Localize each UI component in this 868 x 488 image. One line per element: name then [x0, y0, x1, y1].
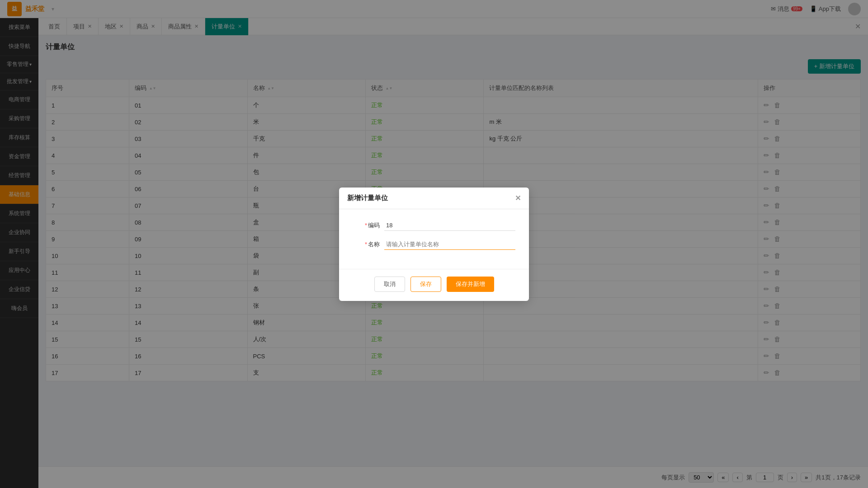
- modal-body: *编码 *名称: [339, 209, 529, 269]
- modal-overlay: 新增计量单位 ✕ *编码 *名称 取消 保存 保存并新增: [0, 0, 868, 488]
- modal-title: 新增计量单位: [347, 194, 388, 202]
- name-label: *名称: [353, 240, 380, 249]
- cancel-button[interactable]: 取消: [374, 277, 405, 292]
- save-button[interactable]: 保存: [410, 277, 441, 292]
- modal-footer: 取消 保存 保存并新增: [339, 269, 529, 301]
- code-label: *编码: [353, 221, 380, 230]
- modal-header: 新增计量单位 ✕: [339, 188, 529, 209]
- code-required-mark: *: [365, 222, 367, 229]
- name-required-mark: *: [365, 241, 367, 248]
- form-row-code: *编码: [353, 220, 515, 231]
- name-input[interactable]: [384, 239, 515, 250]
- code-input[interactable]: [384, 220, 515, 231]
- save-and-new-button[interactable]: 保存并新增: [447, 277, 494, 292]
- form-row-name: *名称: [353, 239, 515, 250]
- add-unit-modal: 新增计量单位 ✕ *编码 *名称 取消 保存 保存并新增: [339, 188, 529, 301]
- modal-close-button[interactable]: ✕: [515, 194, 521, 202]
